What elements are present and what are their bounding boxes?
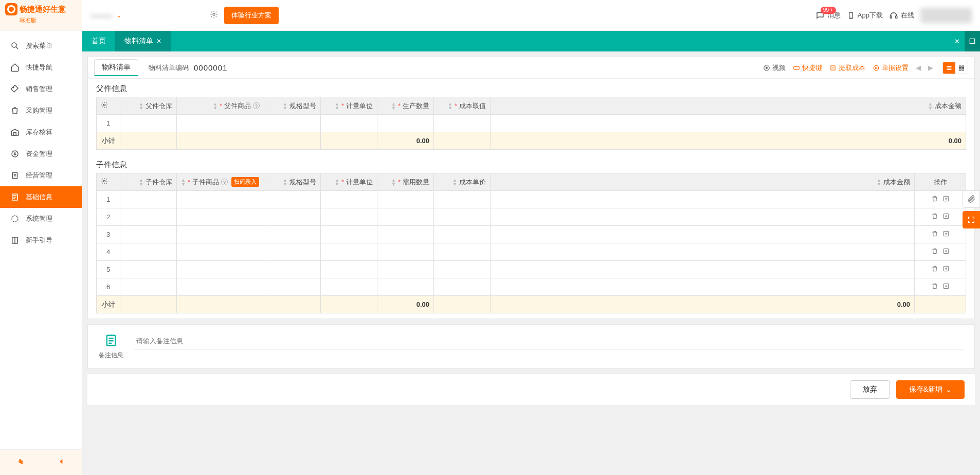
org-settings-icon[interactable] bbox=[210, 10, 218, 20]
cell-warehouse[interactable] bbox=[120, 278, 177, 296]
discard-button[interactable]: 放弃 bbox=[850, 380, 890, 399]
child-col-cost-amount[interactable]: ▲▼成本金额 bbox=[491, 173, 915, 191]
child-col-config[interactable] bbox=[97, 173, 120, 191]
delete-row-icon[interactable] bbox=[931, 283, 938, 290]
cell-warehouse[interactable] bbox=[120, 243, 177, 261]
cell-spec[interactable] bbox=[264, 191, 321, 208]
remark-input[interactable] bbox=[134, 333, 964, 349]
cell-warehouse[interactable] bbox=[120, 261, 177, 278]
parent-col-product[interactable]: ▲▼*父件商品? bbox=[177, 97, 264, 115]
parent-col-qty[interactable]: ▲▼*生产数量 bbox=[377, 97, 434, 115]
child-row[interactable]: 6 bbox=[97, 278, 966, 296]
child-row[interactable]: 5 bbox=[97, 261, 966, 278]
cell-cost-amount[interactable] bbox=[491, 191, 915, 208]
sidebar-item-search[interactable]: 搜索菜单 bbox=[0, 35, 82, 57]
promo-button[interactable]: 体验行业方案 bbox=[224, 7, 279, 24]
sidebar-item-system[interactable]: 系统管理 bbox=[0, 208, 82, 230]
child-row[interactable]: 4 bbox=[97, 243, 966, 261]
cell-qty[interactable] bbox=[377, 226, 434, 243]
cell-cost-amount[interactable] bbox=[491, 208, 915, 226]
attachment-icon[interactable] bbox=[963, 190, 980, 208]
sidebar-item-quicknav[interactable]: 快捷导航 bbox=[0, 57, 82, 78]
video-link[interactable]: 视频 bbox=[763, 63, 786, 73]
cell-spec[interactable] bbox=[264, 208, 321, 226]
tab-expand-icon[interactable] bbox=[965, 31, 980, 51]
cell-cost-price[interactable] bbox=[434, 208, 491, 226]
cell-cost-amount[interactable] bbox=[491, 278, 915, 296]
add-row-icon[interactable] bbox=[942, 248, 950, 255]
cell-spec[interactable] bbox=[264, 115, 321, 132]
parent-col-spec[interactable]: ▲▼规格型号 bbox=[264, 97, 321, 115]
cell-spec[interactable] bbox=[264, 243, 321, 261]
cell-cost-amount[interactable] bbox=[491, 115, 966, 132]
cell-warehouse[interactable] bbox=[120, 191, 177, 208]
child-col-unit[interactable]: ▲▼*计量单位 bbox=[321, 173, 377, 191]
doc-settings-link[interactable]: 单据设置 bbox=[873, 63, 909, 73]
user-avatar[interactable] bbox=[920, 8, 972, 23]
messages-link[interactable]: 99 + 消息 bbox=[815, 11, 841, 20]
close-icon[interactable]: ✕ bbox=[156, 38, 161, 45]
child-row[interactable]: 2 bbox=[97, 208, 966, 226]
cell-qty[interactable] bbox=[377, 191, 434, 208]
add-row-icon[interactable] bbox=[942, 265, 950, 272]
delete-row-icon[interactable] bbox=[931, 230, 938, 237]
sidebar-item-funds[interactable]: 资金管理 bbox=[0, 143, 82, 165]
delete-row-icon[interactable] bbox=[931, 248, 938, 255]
child-row[interactable]: 1 bbox=[97, 191, 966, 208]
sidebar-item-sales[interactable]: 销售管理 bbox=[0, 78, 82, 100]
add-row-icon[interactable] bbox=[942, 213, 950, 220]
cell-product[interactable] bbox=[177, 278, 264, 296]
view-card-icon[interactable] bbox=[955, 62, 968, 74]
help-icon[interactable]: ? bbox=[253, 102, 260, 109]
cell-qty[interactable] bbox=[377, 261, 434, 278]
cell-cost-price[interactable] bbox=[434, 226, 491, 243]
cell-cost-price[interactable] bbox=[434, 191, 491, 208]
fullscreen-icon[interactable] bbox=[963, 211, 980, 228]
scan-entry-badge[interactable]: 扫码录入 bbox=[231, 177, 259, 187]
child-col-cost-price[interactable]: ▲▼成本单价 bbox=[434, 173, 491, 191]
cell-cost-price[interactable] bbox=[434, 261, 491, 278]
help-icon[interactable]: ? bbox=[221, 179, 228, 185]
view-list-icon[interactable] bbox=[943, 62, 955, 74]
cell-unit[interactable] bbox=[321, 115, 377, 132]
cell-product[interactable] bbox=[177, 115, 264, 132]
parent-row[interactable]: 1 bbox=[97, 115, 966, 132]
tab-close-all-icon[interactable]: ✕ bbox=[949, 31, 965, 51]
cell-spec[interactable] bbox=[264, 226, 321, 243]
sidebar-item-purchase[interactable]: 采购管理 bbox=[0, 100, 82, 121]
cell-product[interactable] bbox=[177, 261, 264, 278]
cell-product[interactable] bbox=[177, 208, 264, 226]
child-col-qty[interactable]: ▲▼*需用数量 bbox=[377, 173, 434, 191]
cell-warehouse[interactable] bbox=[120, 208, 177, 226]
delete-row-icon[interactable] bbox=[931, 195, 938, 202]
save-new-button[interactable]: 保存&新增 ⌄ bbox=[896, 380, 965, 399]
org-selector[interactable]: ——— ⌄ bbox=[90, 11, 204, 20]
panel-tab[interactable]: 物料清单 bbox=[94, 59, 138, 76]
parent-col-warehouse[interactable]: ▲▼父件仓库 bbox=[120, 97, 177, 115]
next-doc-icon[interactable]: ▶ bbox=[928, 64, 933, 72]
parent-col-config[interactable] bbox=[97, 97, 120, 115]
cell-spec[interactable] bbox=[264, 278, 321, 296]
add-row-icon[interactable] bbox=[942, 230, 950, 237]
cell-qty[interactable] bbox=[377, 243, 434, 261]
child-row[interactable]: 3 bbox=[97, 226, 966, 243]
prev-doc-icon[interactable]: ◀ bbox=[916, 64, 921, 72]
add-row-icon[interactable] bbox=[942, 195, 950, 202]
delete-row-icon[interactable] bbox=[931, 265, 938, 272]
cell-warehouse[interactable] bbox=[120, 226, 177, 243]
cell-cost-method[interactable] bbox=[434, 115, 491, 132]
extract-cost-link[interactable]: 提取成本 bbox=[829, 63, 865, 73]
child-col-warehouse[interactable]: ▲▼子件仓库 bbox=[120, 173, 177, 191]
child-col-spec[interactable]: ▲▼规格型号 bbox=[264, 173, 321, 191]
cell-unit[interactable] bbox=[321, 208, 377, 226]
child-col-product[interactable]: ▲▼*子件商品?扫码录入 bbox=[177, 173, 264, 191]
parent-col-unit[interactable]: ▲▼*计量单位 bbox=[321, 97, 377, 115]
cell-qty[interactable] bbox=[377, 278, 434, 296]
sidebar-item-operation[interactable]: 经营管理 bbox=[0, 165, 82, 186]
online-support-link[interactable]: 在线 bbox=[889, 11, 914, 20]
cell-unit[interactable] bbox=[321, 261, 377, 278]
cell-qty[interactable] bbox=[377, 208, 434, 226]
cell-cost-price[interactable] bbox=[434, 278, 491, 296]
cell-cost-amount[interactable] bbox=[491, 261, 915, 278]
cell-product[interactable] bbox=[177, 191, 264, 208]
